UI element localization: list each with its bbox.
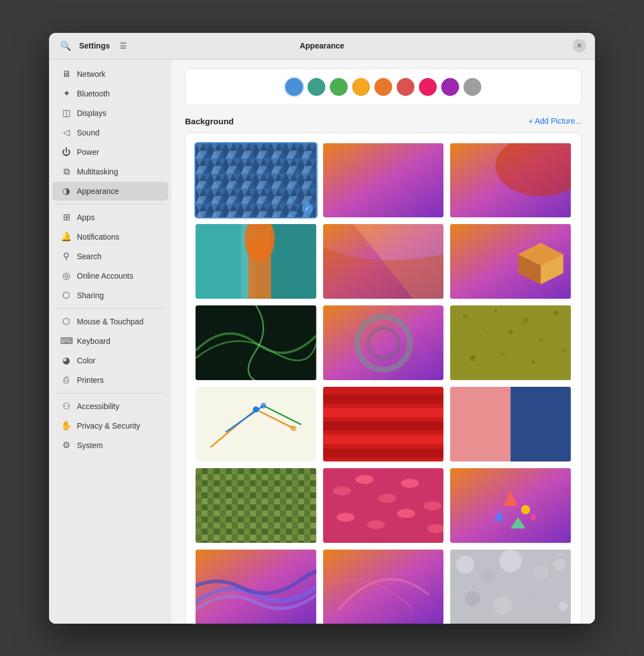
background-thumb-bg12[interactable] bbox=[449, 386, 572, 463]
background-thumb-bg5[interactable] bbox=[322, 223, 445, 300]
titlebar-left: 🔍 Settings ☰ bbox=[58, 38, 180, 54]
sidebar-item-multitasking[interactable]: ⧉Multitasking bbox=[52, 162, 168, 181]
sidebar-item-privacy[interactable]: ✋Privacy & Security bbox=[52, 416, 168, 435]
sidebar-item-sound[interactable]: ◁Sound bbox=[52, 123, 168, 142]
sidebar-item-printers[interactable]: ⎙Printers bbox=[52, 371, 168, 390]
sidebar-item-bluetooth[interactable]: ✦Bluetooth bbox=[52, 84, 168, 103]
background-thumb-bg11[interactable] bbox=[322, 386, 445, 463]
svg-rect-25 bbox=[450, 305, 571, 381]
bluetooth-icon: ✦ bbox=[61, 89, 71, 99]
sidebar-label-multitasking: Multitasking bbox=[77, 167, 118, 176]
page-title: Appearance bbox=[300, 41, 344, 50]
sidebar-item-network[interactable]: 🖥Network bbox=[52, 65, 168, 84]
svg-rect-6 bbox=[196, 143, 316, 218]
titlebar-center: Appearance bbox=[180, 41, 464, 50]
sidebar-label-privacy: Privacy & Security bbox=[77, 421, 140, 430]
sidebar-item-power[interactable]: ⏻Power bbox=[52, 143, 168, 162]
background-thumb-bg8[interactable] bbox=[322, 304, 445, 381]
sidebar-item-color[interactable]: ◕Color bbox=[52, 351, 168, 370]
svg-rect-14 bbox=[248, 239, 271, 299]
color-circle-teal[interactable] bbox=[308, 78, 325, 96]
sidebar-label-power: Power bbox=[77, 148, 99, 157]
svg-rect-49 bbox=[323, 435, 444, 444]
color-circle-pink[interactable] bbox=[419, 78, 437, 96]
svg-point-33 bbox=[470, 356, 476, 362]
background-thumb-bg14[interactable] bbox=[322, 467, 445, 544]
sidebar-item-displays[interactable]: ◫Displays bbox=[52, 104, 168, 123]
background-thumb-bg13[interactable] bbox=[194, 467, 318, 544]
svg-point-60 bbox=[355, 475, 373, 484]
sidebar-item-search[interactable]: ⚲Search bbox=[52, 247, 168, 266]
sidebar-label-sharing: Sharing bbox=[77, 291, 104, 300]
background-thumb-bg10[interactable] bbox=[194, 386, 318, 463]
svg-point-80 bbox=[533, 565, 548, 580]
sidebar-label-displays: Displays bbox=[77, 109, 106, 118]
svg-point-77 bbox=[456, 556, 474, 574]
notifications-icon: 🔔 bbox=[61, 232, 71, 242]
color-circles-card bbox=[185, 69, 582, 105]
power-icon: ⏻ bbox=[61, 147, 71, 157]
svg-point-62 bbox=[401, 479, 418, 488]
sidebar-label-appearance: Appearance bbox=[77, 187, 119, 196]
sidebar-label-accessibility: Accessibility bbox=[77, 402, 119, 411]
background-thumb-bg7[interactable] bbox=[194, 304, 318, 381]
svg-point-72 bbox=[530, 514, 536, 521]
svg-rect-37 bbox=[196, 387, 316, 462]
sidebar-item-mouse[interactable]: ⬡Mouse & Touchpad bbox=[52, 312, 168, 331]
svg-point-82 bbox=[465, 591, 480, 606]
search-icon-button[interactable]: 🔍 bbox=[58, 38, 74, 54]
background-thumb-bg18[interactable] bbox=[449, 548, 572, 623]
titlebar: 🔍 Settings ☰ Appearance ✕ bbox=[49, 33, 595, 60]
color-circle-green[interactable] bbox=[330, 78, 348, 96]
hamburger-button[interactable]: ☰ bbox=[115, 38, 131, 54]
color-circle-orange[interactable] bbox=[374, 78, 392, 96]
sound-icon: ◁ bbox=[61, 128, 71, 138]
backgrounds-grid: ✓ bbox=[194, 142, 572, 624]
background-thumb-bg1[interactable]: ✓ bbox=[194, 142, 318, 219]
svg-rect-46 bbox=[323, 395, 444, 404]
svg-point-34 bbox=[501, 352, 505, 357]
background-thumb-bg16[interactable] bbox=[194, 548, 318, 623]
background-thumb-bg3[interactable] bbox=[449, 142, 572, 219]
svg-rect-51 bbox=[450, 387, 510, 462]
background-thumb-bg4[interactable] bbox=[194, 223, 318, 300]
sidebar-item-notifications[interactable]: 🔔Notifications bbox=[52, 227, 168, 246]
sidebar-item-accessibility[interactable]: ⚇Accessibility bbox=[52, 397, 168, 416]
background-thumb-bg15[interactable] bbox=[449, 467, 572, 544]
svg-point-44 bbox=[291, 426, 296, 431]
sidebar-title: Settings bbox=[79, 41, 110, 50]
sidebar-item-keyboard[interactable]: ⌨Keyboard bbox=[52, 332, 168, 351]
svg-rect-74 bbox=[196, 550, 316, 623]
sidebar-label-mouse: Mouse & Touchpad bbox=[77, 317, 144, 326]
color-circle-red[interactable] bbox=[397, 78, 414, 96]
privacy-icon: ✋ bbox=[61, 421, 71, 431]
background-thumb-bg6[interactable] bbox=[449, 223, 572, 300]
add-picture-button[interactable]: + Add Picture... bbox=[529, 116, 582, 125]
close-button[interactable]: ✕ bbox=[573, 39, 586, 52]
background-thumb-bg2[interactable] bbox=[322, 142, 445, 219]
selected-checkmark: ✓ bbox=[302, 203, 313, 214]
sidebar-item-sharing[interactable]: ⬡Sharing bbox=[52, 286, 168, 305]
svg-rect-52 bbox=[511, 387, 571, 462]
svg-point-61 bbox=[378, 494, 396, 503]
network-icon: 🖥 bbox=[61, 69, 71, 79]
color-circle-purple[interactable] bbox=[441, 78, 459, 96]
svg-point-26 bbox=[463, 315, 467, 319]
sidebar-divider bbox=[56, 308, 165, 309]
color-circle-yellow[interactable] bbox=[352, 78, 370, 96]
sidebar-item-appearance[interactable]: ◑Appearance bbox=[52, 182, 168, 201]
sidebar-item-online-accounts[interactable]: ◎Online Accounts bbox=[52, 266, 168, 285]
svg-rect-47 bbox=[323, 408, 444, 417]
appearance-panel: Background + Add Picture... ✓ bbox=[172, 60, 595, 624]
sidebar-item-apps[interactable]: ⊞Apps bbox=[52, 208, 168, 227]
background-thumb-bg9[interactable] bbox=[449, 304, 572, 381]
color-circle-gray[interactable] bbox=[464, 78, 481, 96]
sidebar-label-network: Network bbox=[77, 70, 105, 79]
sidebar-label-color: Color bbox=[77, 356, 95, 365]
search-icon: ⚲ bbox=[61, 251, 71, 261]
apps-icon: ⊞ bbox=[61, 212, 71, 222]
background-thumb-bg17[interactable] bbox=[322, 548, 445, 623]
color-circle-blue[interactable] bbox=[285, 78, 303, 96]
svg-point-85 bbox=[559, 601, 568, 610]
sidebar-item-system[interactable]: ⚙System bbox=[52, 436, 168, 455]
